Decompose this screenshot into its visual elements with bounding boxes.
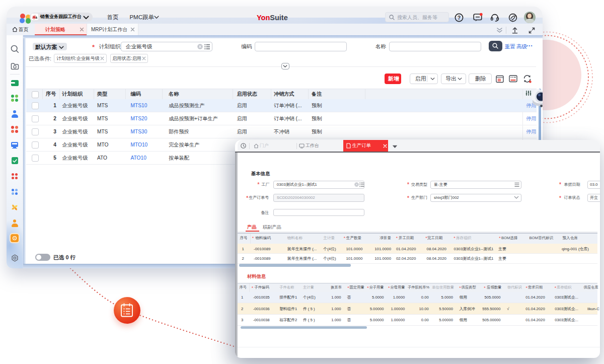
svg-text:?: ? [458,14,461,20]
svg-text:U: U [498,79,500,81]
